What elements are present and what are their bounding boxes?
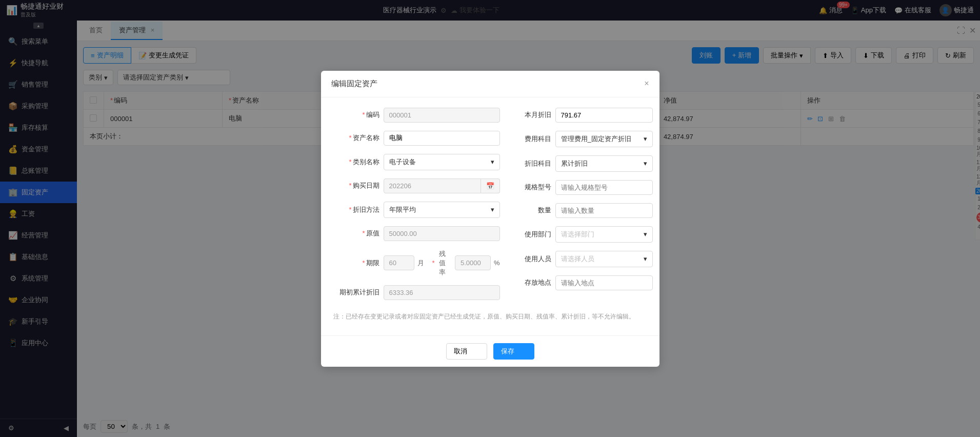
field-spec-model: 规格型号 [510,180,653,195]
monthly-depr-input[interactable] [555,108,653,123]
expense-subject-label: 费用科目 [510,134,551,144]
location-label: 存放地点 [510,278,551,287]
field-quantity: 数量 [510,203,653,218]
save-button[interactable]: 保存 [493,343,534,360]
field-original-value: *原值 [333,226,500,241]
field-depr-method: *折旧方法 年限平均 ▾ [333,202,500,218]
depr-subject-label: 折旧科目 [510,159,551,168]
date-field-wrapper: 📅 [384,178,500,193]
location-input[interactable] [555,275,653,290]
field-purchase-date: *购买日期 📅 [333,178,500,193]
modal-note: 注：已经存在变更记录或者对应固定资产已经生成凭证，原值、购买日期、残值率、累计折… [333,308,647,325]
depr-method-select[interactable]: 年限平均 ▾ [384,202,500,218]
modal-title: 编辑固定资产 [331,79,377,89]
field-department: 使用部门 请选择部门 ▾ [510,226,653,243]
initial-accum-label: 期初累计折旧 [333,288,379,297]
field-category: *类别名称 电子设备 ▾ [333,154,500,170]
original-value-input[interactable] [384,226,500,241]
purchase-date-input[interactable] [384,178,481,193]
field-user: 使用人员 请选择人员 ▾ [510,251,653,267]
original-value-label: *原值 [333,229,379,238]
field-asset-name: *资产名称 [333,131,500,146]
user-field-label: 使用人员 [510,254,551,264]
modal-overlay[interactable]: 编辑固定资产 × *编码 * [0,0,980,437]
residual-rate-input[interactable] [455,255,491,270]
department-chevron-icon: ▾ [644,230,647,238]
expense-chevron-icon: ▾ [644,135,647,143]
spec-model-label: 规格型号 [510,183,551,192]
purchase-date-label: *购买日期 [333,181,379,190]
field-depr-subject: 折旧科目 累计折旧 ▾ [510,155,653,172]
modal-close-btn[interactable]: × [644,79,649,88]
category-select[interactable]: 电子设备 ▾ [384,154,500,170]
department-label: 使用部门 [510,230,551,239]
code-label: *编码 [333,110,379,120]
spec-model-input[interactable] [555,180,653,195]
initial-accum-input[interactable] [384,285,500,300]
form-left-col: *编码 *资产名称 *类别名称 [333,108,500,308]
field-expense-subject: 费用科目 管理费用_固定资产折旧 ▾ [510,131,653,147]
asset-name-label: *资产名称 [333,133,379,143]
period-residual-group: 月 * 残值率 % [384,249,500,277]
department-select[interactable]: 请选择部门 ▾ [555,226,653,243]
user-select[interactable]: 请选择人员 ▾ [555,251,653,267]
form-right-col: 本月折旧 费用科目 管理费用_固定资产折旧 ▾ 折旧科目 [510,108,653,308]
modal-footer: 取消 保存 [321,335,659,367]
period-unit: 月 [417,259,424,268]
date-picker-icon[interactable]: 📅 [481,178,500,193]
depr-subject-select[interactable]: 累计折旧 ▾ [555,155,653,172]
category-chevron-icon: ▾ [491,158,494,166]
code-input[interactable] [384,108,500,123]
asset-name-input[interactable] [384,131,500,146]
field-code: *编码 [333,108,500,123]
form-grid: *编码 *资产名称 *类别名称 [333,108,647,308]
field-monthly-depr: 本月折旧 [510,108,653,123]
field-location: 存放地点 [510,275,653,290]
depr-subject-chevron-icon: ▾ [644,160,647,167]
period-input[interactable] [384,255,414,270]
field-period-residual: *期限 月 * 残值率 % [333,249,500,277]
user-chevron-icon: ▾ [644,255,647,263]
quantity-label: 数量 [510,206,551,215]
period-label: *期限 [333,259,379,268]
cancel-button[interactable]: 取消 [446,343,487,360]
modal-header: 编辑固定资产 × [321,71,659,97]
depr-method-chevron-icon: ▾ [491,206,494,213]
field-initial-accum: 期初累计折旧 [333,285,500,300]
expense-subject-select[interactable]: 管理费用_固定资产折旧 ▾ [555,131,653,147]
depr-method-label: *折旧方法 [333,205,379,214]
category-label: *类别名称 [333,157,379,167]
monthly-depr-label: 本月折旧 [510,110,551,120]
quantity-input[interactable] [555,203,653,218]
edit-asset-modal: 编辑固定资产 × *编码 * [321,71,659,367]
modal-body: *编码 *资产名称 *类别名称 [321,97,659,335]
residual-unit: % [494,259,500,267]
